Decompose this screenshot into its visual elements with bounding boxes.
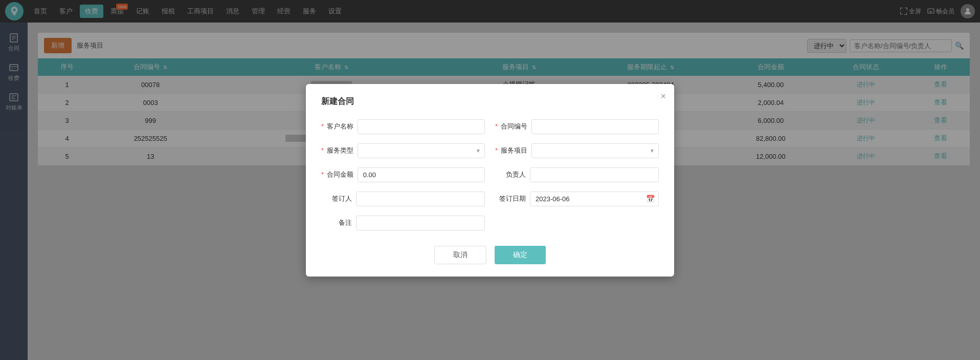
contract-no-input[interactable] bbox=[531, 119, 659, 134]
form-row-2: * 服务类型 ▼ * 服务项目 bbox=[321, 143, 659, 158]
form-field-contract-amount: * 合同金额 bbox=[321, 167, 485, 182]
calendar-icon[interactable]: 📅 bbox=[646, 195, 655, 203]
required-star-4: * bbox=[495, 146, 498, 154]
service-item-select-wrapper: ▼ bbox=[531, 143, 659, 158]
contract-amount-label: * 合同金额 bbox=[321, 170, 353, 179]
service-type-select-wrapper: ▼ bbox=[358, 143, 485, 158]
form-field-sign-date: 签订日期 📅 bbox=[495, 192, 659, 206]
sign-date-input[interactable] bbox=[530, 192, 659, 206]
required-star-5: * bbox=[321, 171, 324, 178]
new-contract-modal: × 新建合同 * 客户名称 * 合同编号 bbox=[306, 84, 674, 277]
confirm-button[interactable]: 确定 bbox=[495, 246, 546, 264]
contract-no-label: * 合同编号 bbox=[495, 122, 527, 131]
remark-input[interactable] bbox=[356, 216, 485, 230]
modal-footer: 取消 确定 bbox=[321, 246, 659, 264]
responsible-input[interactable] bbox=[530, 167, 659, 182]
form-row-3: * 合同金额 负责人 bbox=[321, 167, 659, 182]
signer-input[interactable] bbox=[356, 192, 485, 206]
form-field-service-type: * 服务类型 ▼ bbox=[321, 143, 485, 158]
customer-name-input[interactable] bbox=[358, 119, 485, 134]
service-item-select[interactable] bbox=[531, 143, 659, 158]
form-row-1: * 客户名称 * 合同编号 bbox=[321, 119, 659, 134]
signer-label: 签订人 bbox=[321, 194, 352, 203]
required-star: * bbox=[321, 122, 324, 130]
form-field-service-item: * 服务项目 ▼ bbox=[495, 143, 659, 158]
contract-amount-input[interactable] bbox=[358, 167, 485, 182]
modal-overlay[interactable]: × 新建合同 * 客户名称 * 合同编号 bbox=[0, 0, 980, 360]
form-field-customer-name: * 客户名称 bbox=[321, 119, 485, 134]
form-field-signer: 签订人 bbox=[321, 192, 485, 206]
responsible-label: 负责人 bbox=[495, 170, 526, 179]
sign-date-label: 签订日期 bbox=[495, 194, 526, 203]
form-field-contract-no: * 合同编号 bbox=[495, 119, 659, 134]
customer-name-label: * 客户名称 bbox=[321, 122, 353, 131]
modal-title: 新建合同 bbox=[321, 96, 659, 107]
service-type-label: * 服务类型 bbox=[321, 146, 353, 155]
form-row-5: 备注 bbox=[321, 216, 659, 230]
required-star-2: * bbox=[495, 122, 498, 130]
cancel-button[interactable]: 取消 bbox=[434, 246, 486, 264]
required-star-3: * bbox=[321, 146, 324, 154]
form-field-remark: 备注 bbox=[321, 216, 485, 230]
modal-close-button[interactable]: × bbox=[660, 91, 666, 102]
service-item-label: * 服务项目 bbox=[495, 146, 527, 155]
service-type-select[interactable] bbox=[358, 143, 485, 158]
remark-label: 备注 bbox=[321, 218, 352, 227]
form-field-responsible: 负责人 bbox=[495, 167, 659, 182]
sign-date-wrapper: 📅 bbox=[530, 192, 659, 206]
form-row-4: 签订人 签订日期 📅 bbox=[321, 192, 659, 206]
